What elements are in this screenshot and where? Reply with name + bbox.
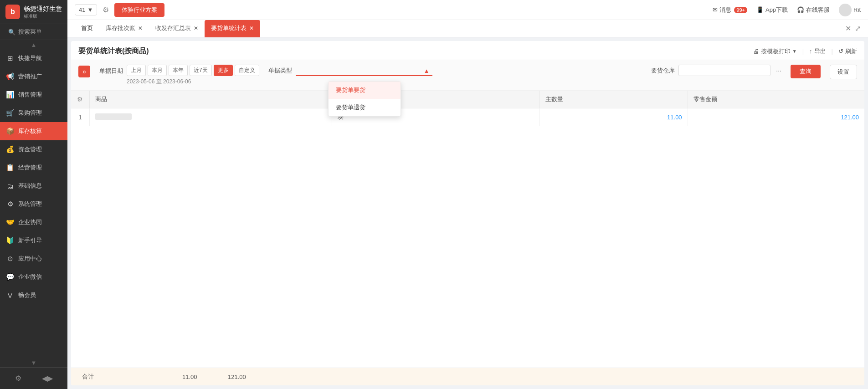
sidebar-label-marketing: 营销推广 [18,72,42,81]
export-label: 导出 [814,47,826,56]
logo-text: 畅捷通好生意 标准版 [24,5,62,19]
sidebar-item-finance[interactable]: 💰 资金管理 [0,140,67,159]
topbar-left: 41 ▼ ⚙ 体验行业方案 [75,3,164,17]
sidebar-item-purchase[interactable]: 🛒 采购管理 [0,104,67,122]
date-btn-this-year[interactable]: 本年 [169,65,188,76]
app-download-btn[interactable]: 📱 App下载 [756,6,788,14]
date-btn-7days[interactable]: 近7天 [190,65,212,76]
sidebar-item-sales[interactable]: 📊 销售管理 [0,86,67,104]
trial-button[interactable]: 体验行业方案 [114,3,164,17]
print-arrow-icon: ▼ [792,49,797,54]
filter-type-arrow-icon[interactable]: ▲ [424,67,430,74]
filter-type-input[interactable] [296,65,432,76]
tab-expand-area: ✕ ⤢ [845,24,861,33]
purchase-icon: 🛒 [5,109,15,117]
app-download-label: App下载 [765,6,788,14]
filter-more-icon[interactable]: ··· [776,67,781,74]
filter-date-label: 单据日期 [99,65,123,77]
tab-request-order[interactable]: 要货单统计表 ✕ [205,20,260,37]
messages-btn[interactable]: ✉ 消息 99+ [713,6,747,14]
collapse-btn[interactable]: ◀▶ [38,372,56,384]
topbar: 41 ▼ ⚙ 体验行业方案 ✉ 消息 99+ 📱 App下载 🎧 在线客服 R [67,0,868,20]
sidebar: b 畅捷通好生意 标准版 🔍 搜索菜单 ▲ ⊞ 快捷导航 📢 营销推广 📊 销售… [0,0,67,389]
tab-inventory-batch[interactable]: 库存批次账 ✕ [99,20,149,37]
sidebar-item-marketing[interactable]: 📢 营销推广 [0,67,67,86]
export-btn[interactable]: ↑ 导出 [809,47,826,56]
date-btn-more[interactable]: 更多 [214,65,233,76]
page-title: 要货单统计表(按商品) [78,46,149,56]
sidebar-item-wx[interactable]: 💬 企业微信 [0,268,67,286]
search-icon: 🔍 [8,29,15,36]
data-table: ⚙ 商品 主计量单位 主数量 零售金额 1 [71,91,864,126]
scroll-up-btn[interactable]: ▲ [0,40,67,49]
print-btn[interactable]: 🖨 按模板打印 ▼ [753,47,797,56]
app-subtitle: 标准版 [24,13,62,19]
topbar-settings-icon[interactable]: ⚙ [103,5,109,14]
footer-amount: 121.00 [222,374,268,380]
phone-icon: 📱 [756,6,764,13]
refresh-label: 刷新 [845,47,857,56]
topbar-right: ✉ 消息 99+ 📱 App下载 🎧 在线客服 Rit [713,4,861,16]
user-profile-btn[interactable]: Rit [839,4,861,16]
dropdown-chevron-icon: ▼ [87,6,93,13]
sidebar-label-enterprise: 企业协同 [18,218,42,226]
row-amount[interactable]: 121.00 [688,108,864,126]
scroll-down-btn[interactable]: ▼ [0,358,67,367]
enterprise-icon: 🤝 [5,218,15,226]
company-dropdown[interactable]: 41 ▼ [75,4,97,15]
sidebar-item-enterprise[interactable]: 🤝 企业协同 [0,213,67,231]
sidebar-label-finance: 资金管理 [18,145,42,154]
refresh-btn[interactable]: ↺ 刷新 [838,47,857,56]
sidebar-item-inventory[interactable]: 📦 库存核算 [0,122,67,140]
filter-warehouse-input[interactable] [678,65,770,76]
tab-inventory-batch-close[interactable]: ✕ [138,25,143,31]
sidebar-item-vip[interactable]: V 畅会员 [0,286,67,304]
table-row: 1 块 11.00 121.00 [71,108,864,126]
page-content: 要货单统计表(按商品) 🖨 按模板打印 ▼ | ↑ 导出 | ↺ [67,37,868,389]
filter-toggle-btn[interactable]: » [78,66,90,77]
table-header-row: ⚙ 商品 主计量单位 主数量 零售金额 [71,91,864,108]
settings-bottom-btn[interactable]: ⚙ [11,372,25,384]
sidebar-label-sales: 销售管理 [18,91,42,99]
column-settings-icon[interactable]: ⚙ [77,96,83,103]
sidebar-label-operations: 经营管理 [18,164,42,172]
row-product [89,108,332,126]
tab-close-all-icon[interactable]: ✕ [845,24,851,33]
operations-icon: 📋 [5,164,15,172]
row-index: 1 [71,108,89,126]
sidebar-label-app-center: 应用中心 [18,255,42,263]
dropdown-item-request-order[interactable]: 要货单要货 [329,82,401,99]
tab-receive-summary[interactable]: 收发存汇总表 ✕ [149,20,205,37]
sidebar-label-purchase: 采购管理 [18,109,42,117]
tab-receive-summary-close[interactable]: ✕ [194,25,198,31]
finance-icon: 💰 [5,145,15,154]
sidebar-item-quick-nav[interactable]: ⊞ 快捷导航 [0,49,67,67]
search-menu[interactable]: 🔍 搜索菜单 [0,24,67,40]
search-btn[interactable]: 查询 [791,65,821,78]
th-product: 商品 [89,91,332,108]
date-btn-this-month[interactable]: 本月 [148,65,167,76]
tab-request-order-close[interactable]: ✕ [249,25,254,31]
action-divider-1: | [802,48,804,55]
export-icon: ↑ [809,48,812,55]
date-btn-custom[interactable]: 自定义 [235,65,259,76]
sidebar-item-operations[interactable]: 📋 经营管理 [0,159,67,177]
date-btn-last-month[interactable]: 上月 [127,65,146,76]
sidebar-item-basic-info[interactable]: 🗂 基础信息 [0,177,67,195]
tab-home[interactable]: 首页 [75,20,99,37]
sidebar-item-system[interactable]: ⚙ 系统管理 [0,195,67,213]
tab-expand-icon[interactable]: ⤢ [855,24,861,33]
filter-warehouse-group: 要货仓库 ··· [651,65,781,76]
row-qty[interactable]: 11.00 [540,108,688,126]
sidebar-item-guide[interactable]: 🔰 新手引导 [0,231,67,250]
th-qty: 主数量 [540,91,688,108]
filter-dates: 上月 本月 本年 近7天 更多 自定义 2023-05-06 至 2023-06… [127,65,259,86]
settings-btn[interactable]: 设置 [830,65,857,79]
online-service-btn[interactable]: 🎧 在线客服 [797,6,830,14]
table-body: 1 块 11.00 121.00 [71,108,864,126]
dropdown-item-request-return[interactable]: 要货单退货 [329,99,401,116]
sidebar-item-app-center[interactable]: ⊙ 应用中心 [0,250,67,268]
product-placeholder [95,113,132,120]
marketing-icon: 📢 [5,72,15,81]
page-inner: 要货单统计表(按商品) 🖨 按模板打印 ▼ | ↑ 导出 | ↺ [71,41,864,385]
